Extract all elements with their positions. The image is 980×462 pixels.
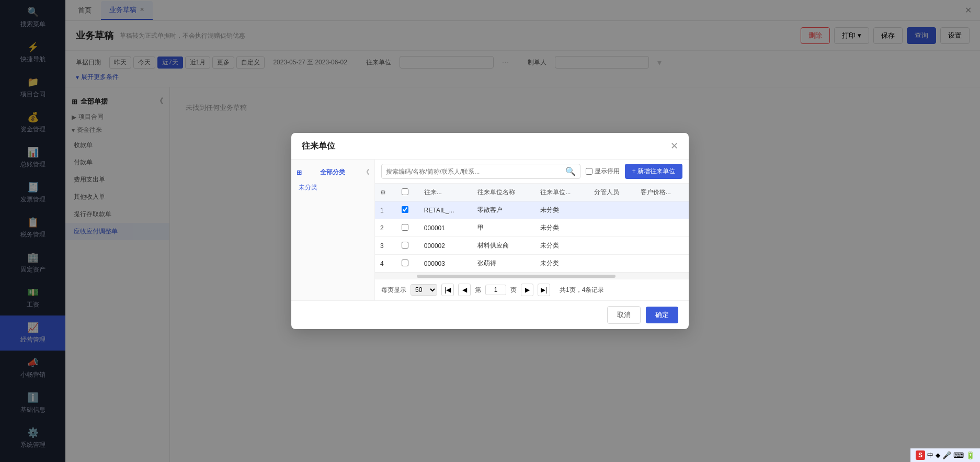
col-manager: 分管人员 [589, 184, 635, 201]
per-page-label: 每页显示 [381, 286, 406, 295]
row-category: 未分类 [535, 255, 588, 273]
row-manager [589, 219, 635, 237]
row-price [635, 255, 689, 273]
search-icon: 🔍 [565, 166, 576, 176]
col-name: 往来单位名称 [472, 184, 535, 201]
row-check[interactable] [396, 237, 419, 255]
grid-icon-small: ⊞ [297, 169, 302, 176]
dialog-close-icon[interactable]: ✕ [670, 140, 678, 152]
brand-icon: S [916, 450, 925, 460]
overlay: 往来单位 ✕ ⊞ 全部分类 《 未分类 🔍 [0, 0, 980, 462]
row-check[interactable] [396, 219, 419, 237]
dialog-body: ⊞ 全部分类 《 未分类 🔍 显示停用 [291, 160, 689, 300]
row-num: 3 [375, 237, 396, 255]
dialog-footer: 取消 确定 [291, 300, 689, 329]
row-name: 甲 [472, 219, 535, 237]
row-code: RETAIL_... [419, 201, 472, 219]
collapse-dialog-icon[interactable]: 《 [363, 168, 369, 177]
dialog-title: 往来单位 [302, 141, 335, 152]
keyboard-icon[interactable]: ⌨ [953, 451, 964, 459]
scrollbar-area [375, 273, 689, 279]
lang-icon[interactable]: 中 [927, 451, 933, 460]
party-table: ⚙ 往来... 往来单位名称 往来单位... 分管人员 客户价格... 1 [375, 184, 689, 273]
row-price [635, 237, 689, 255]
battery-icon: 🔋 [966, 451, 975, 459]
dialog-sidebar: ⊞ 全部分类 《 未分类 [291, 160, 375, 300]
mic-icon[interactable]: 🎤 [942, 451, 951, 459]
table-row[interactable]: 1 RETAIL_... 零散客户 未分类 [375, 201, 689, 219]
search-input[interactable] [386, 168, 562, 175]
show-disabled-label: 显示停用 [586, 167, 620, 176]
show-disabled-checkbox[interactable] [586, 168, 592, 175]
row-price [635, 201, 689, 219]
confirm-button[interactable]: 确定 [646, 307, 678, 323]
row-manager [589, 255, 635, 273]
add-party-button[interactable]: + 新增往来单位 [625, 164, 682, 179]
row-name: 材料供应商 [472, 237, 535, 255]
prev-page-btn[interactable]: ◀ [458, 284, 471, 296]
col-category: 往来单位... [535, 184, 588, 201]
dialog-pagination: 每页显示 50 100 200 |◀ ◀ 第 1 页 ▶ ▶| 共1页，4条记录 [375, 279, 689, 300]
page-go-label: 第 [475, 286, 481, 295]
table-row[interactable]: 4 000003 张萌得 未分类 [375, 255, 689, 273]
dialog-sidebar-title: 全部分类 [320, 168, 345, 177]
show-disabled-text: 显示停用 [595, 167, 620, 176]
row-name: 零散客户 [472, 201, 535, 219]
col-price: 客户价格... [635, 184, 689, 201]
dialog-header: 往来单位 ✕ [291, 133, 689, 160]
diamond-icon: ◆ [936, 452, 940, 459]
col-check [396, 184, 419, 201]
settings-icon[interactable]: ⚙ [380, 189, 386, 196]
row-check[interactable] [396, 201, 419, 219]
row-code: 000003 [419, 255, 472, 273]
dialog-toolbar: 🔍 显示停用 + 新增往来单位 [375, 160, 689, 184]
row-num: 1 [375, 201, 396, 219]
row-category: 未分类 [535, 237, 588, 255]
total-records: 共1页，4条记录 [560, 286, 604, 295]
row-code: 000001 [419, 219, 472, 237]
row-category: 未分类 [535, 201, 588, 219]
dialog-table: ⚙ 往来... 往来单位名称 往来单位... 分管人员 客户价格... 1 [375, 184, 689, 273]
first-page-btn[interactable]: |◀ [441, 284, 454, 296]
per-page-select[interactable]: 50 100 200 [411, 284, 437, 296]
row-manager [589, 201, 635, 219]
page-label: 页 [510, 286, 517, 295]
select-all-checkbox[interactable] [402, 188, 408, 195]
table-row[interactable]: 3 000002 材料供应商 未分类 [375, 237, 689, 255]
next-page-btn[interactable]: ▶ [521, 284, 533, 296]
row-price [635, 219, 689, 237]
search-box: 🔍 [381, 164, 580, 179]
row-category: 未分类 [535, 219, 588, 237]
page-number-input[interactable]: 1 [485, 285, 506, 295]
row-code: 000002 [419, 237, 472, 255]
table-row[interactable]: 2 000001 甲 未分类 [375, 219, 689, 237]
col-code: 往来... [419, 184, 472, 201]
col-settings: ⚙ [375, 184, 396, 201]
row-name: 张萌得 [472, 255, 535, 273]
cancel-button[interactable]: 取消 [607, 306, 641, 324]
row-num: 2 [375, 219, 396, 237]
dialog-party: 往来单位 ✕ ⊞ 全部分类 《 未分类 🔍 [291, 133, 689, 329]
dialog-sidebar-unclassified[interactable]: 未分类 [291, 180, 374, 195]
row-num: 4 [375, 255, 396, 273]
last-page-btn[interactable]: ▶| [538, 284, 550, 296]
dialog-sidebar-header: ⊞ 全部分类 《 [291, 165, 374, 180]
scrollbar-thumb[interactable] [417, 275, 616, 278]
row-check[interactable] [396, 255, 419, 273]
dialog-main: 🔍 显示停用 + 新增往来单位 ⚙ [375, 160, 689, 300]
row-manager [589, 237, 635, 255]
status-bar: S 中 ◆ 🎤 ⌨ 🔋 [910, 448, 980, 462]
